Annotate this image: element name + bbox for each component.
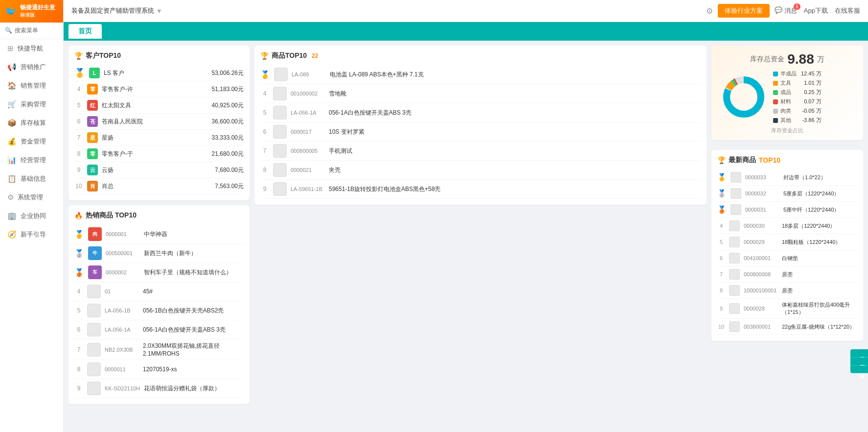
product-name: 中华神器 [144,230,244,239]
inventory-value: 9.88 [787,51,814,67]
sidebar-item-enterprise[interactable]: 🏢 企业协同 [0,207,63,225]
legend-item: 文具 1.01 万 [773,79,822,87]
hot-product-row[interactable]: 🥈牛 000500001 新西兰牛肉（新牛） [74,244,244,263]
customer-row[interactable]: 8 零 零售客户-于 21,680.00元 [74,146,244,162]
legend-value: -3.86 万 [802,117,821,124]
customer-list: 🥇 L LS 客户 53,006.26元4 零 零售客户-许 51,183.00… [74,65,244,194]
customer-row[interactable]: 10 肖 肖总 7,563.00元 [74,178,244,194]
new-product-row[interactable]: 6 004100001 白钢垫 [717,250,857,266]
notifications-btn[interactable]: 💬 6 消息 [775,6,797,15]
medal-icon: 🥈 [74,249,84,258]
rank-num: 9 [74,385,83,392]
sidebar-item-finance[interactable]: 💰 资金管理 [0,132,63,151]
sidebar-item-system[interactable]: ⚙ 系统管理 [0,188,63,207]
sidebar-search[interactable]: 🔍 搜索菜单 [0,23,63,39]
online-service-btn[interactable]: 在线客服 [835,6,860,15]
hot-product-row[interactable]: 🥉车 0000002 智利车子里（规格不知道填什么） [74,263,244,282]
new-product-row[interactable]: 7 000800008 原垄 [717,266,857,283]
sidebar-item-label: 资金管理 [21,137,46,146]
new-product-row[interactable]: 5 0000029 18颗粒板（1220*2440） [717,234,857,250]
customer-badge: 星 [87,132,98,143]
gear-icon[interactable]: ⚙ [706,6,713,16]
middle-product-row[interactable]: 6 0000017 10S 变衬罗紧 [260,122,701,142]
product-name: 手机测试 [329,147,701,155]
new-product-row[interactable]: 9 0000028 体彬嘉枝味苏打饮品400毫升（1*15） [717,299,857,319]
product-name: 12070519-xs [143,366,244,373]
sidebar-item-icon: ⚙ [7,193,14,202]
product-name: 夹壳 [329,166,701,174]
rank-num: 6 [74,118,83,125]
new-products-card: 🏆 最新商品 TOP10 🥇 0000033 封边带（1.0*22）🥈 0000… [711,150,863,341]
sidebar-item-basics[interactable]: 📋 基础信息 [0,169,63,188]
middle-product-row[interactable]: 🥇 LA-089 电池盖 LA-089 ABS本色+黑种 7.1克 [260,65,701,84]
customer-row[interactable]: 9 云 云扬 7,680.00元 [74,162,244,178]
legend-name: 半成品 [780,70,797,77]
hot-product-row[interactable]: 6 LA-056-1A 056-1A白色按键开关盖ABS 3壳 [74,320,244,339]
medal-icon: 🥇 [717,173,727,182]
product-code: 0000021 [291,167,325,173]
hot-product-row[interactable]: 8 0000011 12070519-xs [74,360,244,379]
middle-product-row[interactable]: 8 0000021 夹壳 [260,161,701,180]
float-btn-desktop[interactable]: 桌面 [850,366,868,373]
customer-name: 苍南县人民医院 [102,118,208,126]
legend-value: 1.01 万 [804,79,821,87]
tab-home[interactable]: 首页 [69,24,102,39]
app-download-btn[interactable]: App下载 [804,6,828,15]
new-product-row[interactable]: 8 10000100001 原垄 [717,283,857,299]
sidebar-item-label: 快捷导航 [18,44,43,53]
product-code: LA-056-1A [291,110,325,116]
sidebar-item-operations[interactable]: 📊 经营管理 [0,151,63,169]
trial-btn[interactable]: 体验行业方案 [718,4,770,18]
rank-num: 7 [260,147,269,154]
new-product-row[interactable]: 🥈 0000032 5厘多层（1220*2440） [717,186,857,202]
middle-product-row[interactable]: 7 000800005 手机测试 [260,142,701,161]
hot-product-row[interactable]: 5 LA-056-1B 056-1B白色按键开关壳ABS2壳 [74,301,244,320]
chart-label: 库存资金占比 [719,127,855,134]
product-name: 智利车子里（规格不知道填什么） [144,268,244,277]
customer-name: 零售客户-许 [102,85,208,94]
rank-num: 5 [717,239,725,245]
new-product-row[interactable]: 🥉 0000031 5厘中纤（1220*2440） [717,202,857,218]
sidebar-item-label: 营销推广 [21,63,46,72]
product-name: 22g鱼豆腐-烧烤味（1*12*20） [782,323,857,331]
sidebar-item-quick-nav[interactable]: ⊞ 快捷导航 [0,39,63,58]
sidebar-item-guide[interactable]: 🧭 新手引导 [0,225,63,244]
hot-product-row[interactable]: 9 KK-SD22110H 花语萌恒温分赠礼袋（厚款） [74,379,244,398]
sidebar-item-marketing[interactable]: 📢 营销推广 [0,58,63,76]
product-name: 封边带（1.0*22） [783,174,857,181]
customer-row[interactable]: 7 星 星扬 33,333.00元 [74,130,244,146]
new-product-row[interactable]: 10 003800001 22g鱼豆腐-烧烤味（1*12*20） [717,319,857,335]
product-code: 01 [105,288,139,294]
hot-icon: 🔥 [74,212,83,219]
middle-products-title-text: 商品TOP10 [272,51,307,60]
product-code: 0000032 [745,191,779,196]
customer-row[interactable]: 5 红 红太阳文具 40,925.00元 [74,97,244,114]
sidebar-item-sales[interactable]: 🏠 销售管理 [0,76,63,95]
middle-product-row[interactable]: 4 001000002 雪地靴 [260,84,701,103]
legend-value: 0.25 万 [804,89,821,96]
hot-product-row[interactable]: 7 NB2.0X30B 2.0X30MM双搓花轴,搓花直径2.1MM/ROHS [74,339,244,360]
sidebar-item-inventory[interactable]: 📦 库存核算 [0,114,63,132]
system-title[interactable]: 装备及固定资产辅助管理系统 ▼ [71,6,701,15]
customer-row[interactable]: 🥇 L LS 客户 53,006.26元 [74,65,244,81]
customer-row[interactable]: 6 苍 苍南县人民医院 36,600.00元 [74,114,244,130]
sidebar-item-purchase[interactable]: 🛒 采购管理 [0,95,63,114]
customer-amount: 40,925.00元 [212,101,244,110]
middle-product-row[interactable]: 5 LA-056-1A 056-1A白色按键开关盖ABS 3壳 [260,103,701,122]
new-product-row[interactable]: 4 0000030 18多层（1220*2440） [717,218,857,234]
float-btn-service-community[interactable]: 服务社区 [850,358,868,366]
hot-product-row[interactable]: 🥇肉 0000001 中华神器 [74,225,244,244]
legend-value: 0.07 万 [804,98,821,105]
hot-product-row[interactable]: 4 01 45# [74,282,244,301]
rank-num: 5 [74,307,83,314]
product-image-placeholder [729,237,740,247]
customer-name: 星扬 [102,134,208,142]
float-btn-customer-service[interactable]: 客服热线 [850,349,868,358]
product-code: 0000031 [745,207,779,213]
middle-product-row[interactable]: 9 LA-59651-1B 59651-1B旋转投影灯电池盒ABS黑色+58壳 [260,180,701,199]
notification-badge: 6 [794,3,800,10]
new-product-row[interactable]: 🥇 0000033 封边带（1.0*22） [717,169,857,186]
customer-row[interactable]: 4 零 零售客户-许 51,183.00元 [74,81,244,97]
notification-icon: 💬 [775,6,782,15]
product-image-placeholder [273,125,287,139]
